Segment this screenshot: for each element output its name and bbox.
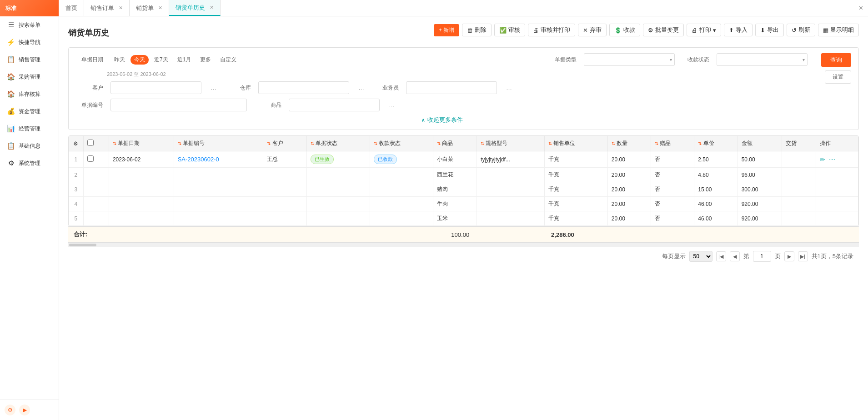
customer-input[interactable]	[110, 81, 201, 94]
warehouse-dots[interactable]: …	[358, 85, 364, 91]
quick-nav-icon: ⚡	[7, 38, 15, 46]
next-page-btn[interactable]: ▶	[784, 251, 794, 261]
cell-goods: 猪肉	[433, 182, 477, 197]
doc-type-select[interactable]	[584, 53, 675, 66]
page-input[interactable]	[753, 251, 771, 262]
doc-number-input[interactable]	[110, 99, 247, 111]
sidebar-item-inventory[interactable]: 🏠 库存核算	[0, 85, 59, 103]
tab-sales-order-close[interactable]: ✕	[119, 5, 123, 11]
cell-action	[816, 182, 858, 197]
prev-page-btn[interactable]: ◀	[730, 251, 740, 261]
more-icon[interactable]: ⋯	[829, 156, 835, 163]
sidebar-bottom: ⚙ ▶	[0, 400, 59, 420]
date-btn-1month[interactable]: 近1月	[174, 55, 195, 65]
last-page-btn[interactable]: ▶|	[798, 251, 808, 261]
abandon-button[interactable]: ✕ 弃审	[578, 24, 607, 36]
sort-spec-icon[interactable]: ⇅	[481, 141, 484, 146]
sidebar-item-search-menu[interactable]: ☰ 搜索菜单	[0, 16, 59, 34]
collapse-btn[interactable]: ∧ 收起更多条件	[76, 116, 808, 124]
sidebar-settings-btn[interactable]: ⚙	[5, 405, 15, 415]
refresh-button[interactable]: ↺ 刷新	[787, 24, 815, 36]
cell-amount: 50.00	[738, 151, 782, 168]
goods-input[interactable]	[289, 99, 380, 111]
audit-print-button[interactable]: 🖨 审核并打印	[528, 24, 575, 36]
date-btn-custom[interactable]: 自定义	[216, 55, 240, 65]
filter-row-2: 客户 … 仓库 … 业务员 …	[76, 81, 808, 94]
date-btn-today[interactable]: 今天	[130, 55, 149, 65]
sidebar-item-finance[interactable]: 💰 资金管理	[0, 103, 59, 120]
scroll-thumb[interactable]	[69, 244, 96, 246]
payment-status-select[interactable]	[717, 53, 808, 66]
toolbar: + 新增 🗑 删除 ✅ 审核 🖨 审核并打印 ✕ 弃审	[434, 24, 859, 36]
tab-sales-history[interactable]: 销货单历史 ✕	[169, 0, 221, 16]
inventory-icon: 🏠	[7, 90, 15, 98]
sort-docnum-icon[interactable]: ⇅	[178, 141, 181, 146]
cell-date	[109, 211, 174, 226]
date-btn-yesterday[interactable]: 昨天	[110, 55, 129, 65]
sidebar-item-sales-mgmt[interactable]: 📋 销售管理	[0, 51, 59, 68]
doc-number-link[interactable]: SA-20230602-0	[178, 156, 219, 163]
tab-bar: 首页 销售订单 ✕ 销货单 ✕ 销货单历史 ✕ ✕	[59, 0, 868, 16]
date-btn-7days[interactable]: 近7天	[151, 55, 172, 65]
delete-button[interactable]: 🗑 删除	[462, 24, 492, 36]
settings-button[interactable]: 设置	[825, 70, 851, 84]
page-header: 销货单历史 + 新增 🗑 删除 ✅ 审核 🖨 审核并打印 ✕ 弃审	[68, 24, 859, 42]
first-page-btn[interactable]: |◀	[716, 251, 726, 261]
tab-sales-history-close[interactable]: ✕	[210, 5, 214, 10]
horizontal-scrollbar[interactable]	[68, 242, 859, 247]
tab-sales-goods[interactable]: 销货单 ✕	[130, 0, 169, 16]
select-all-checkbox[interactable]	[87, 140, 94, 146]
export-button[interactable]: ⬇ 导出	[755, 24, 784, 36]
import-button[interactable]: ⬆ 导入	[724, 24, 753, 36]
tab-home[interactable]: 首页	[59, 0, 84, 16]
collect-button[interactable]: 💲 收款	[609, 24, 640, 36]
query-button[interactable]: 查询	[821, 53, 851, 67]
cell-gift: 否	[651, 168, 694, 182]
cell-amount: 96.00	[738, 168, 782, 182]
sort-price-icon[interactable]: ⇅	[698, 141, 702, 146]
edit-icon[interactable]: ✏	[820, 156, 825, 163]
new-button[interactable]: + 新增	[434, 24, 459, 36]
th-payment-status: ⇅ 收款状态	[370, 136, 433, 151]
business-dots[interactable]: …	[506, 85, 512, 91]
table-footer: 合计: 100.00 2,286.00	[68, 226, 859, 242]
cell-unit: 千克	[544, 197, 607, 211]
sort-customer-icon[interactable]: ⇅	[267, 141, 271, 146]
show-detail-button[interactable]: ▦ 显示明细	[818, 24, 859, 36]
tab-sales-order[interactable]: 销售订单 ✕	[84, 0, 130, 16]
customer-dots[interactable]: …	[211, 85, 216, 91]
sidebar-item-basic-info[interactable]: 📋 基础信息	[0, 137, 59, 155]
print-button[interactable]: 🖨 打印 ▾	[687, 24, 721, 36]
cell-transaction	[782, 182, 816, 197]
page-label: 第	[743, 252, 749, 260]
sort-gift-icon[interactable]: ⇅	[655, 141, 658, 146]
sidebar-item-operations[interactable]: 📊 经营管理	[0, 120, 59, 137]
sort-goods-icon[interactable]: ⇅	[437, 141, 441, 146]
th-goods: ⇅ 商品	[433, 136, 477, 151]
per-page-select[interactable]: 50 100 200	[689, 251, 712, 262]
warehouse-input[interactable]	[258, 81, 349, 94]
tab-bar-close-all[interactable]: ✕	[858, 5, 868, 11]
business-input[interactable]	[406, 81, 497, 94]
th-settings[interactable]: ⚙	[69, 136, 83, 151]
th-date: ⇅ 单据日期	[109, 136, 174, 151]
print-icon: 🖨	[692, 27, 697, 34]
sidebar-collapse-btn[interactable]: ▶	[19, 405, 30, 415]
sort-paystatus-icon[interactable]: ⇅	[374, 141, 377, 146]
sidebar-item-purchase-mgmt[interactable]: 🏠 采购管理	[0, 68, 59, 85]
row-checkbox[interactable]	[87, 155, 94, 162]
goods-dots[interactable]: …	[389, 102, 395, 109]
sort-unit-icon[interactable]: ⇅	[548, 141, 552, 146]
th-transaction: 交货	[782, 136, 816, 151]
sort-date-icon[interactable]: ⇅	[113, 141, 116, 146]
sidebar-item-quick-nav[interactable]: ⚡ 快捷导航	[0, 34, 59, 51]
sales-mgmt-icon: 📋	[7, 55, 15, 64]
sort-docstatus-icon[interactable]: ⇅	[311, 141, 314, 146]
sort-qty-icon[interactable]: ⇅	[612, 141, 615, 146]
audit-button[interactable]: ✅ 审核	[494, 24, 525, 36]
sidebar-item-system-mgmt[interactable]: ⚙ 系统管理	[0, 155, 59, 172]
batch-change-button[interactable]: ⚙ 批量变更	[643, 24, 684, 36]
cell-gift: 否	[651, 197, 694, 211]
date-btn-more[interactable]: 更多	[196, 55, 215, 65]
tab-sales-goods-close[interactable]: ✕	[158, 5, 162, 11]
